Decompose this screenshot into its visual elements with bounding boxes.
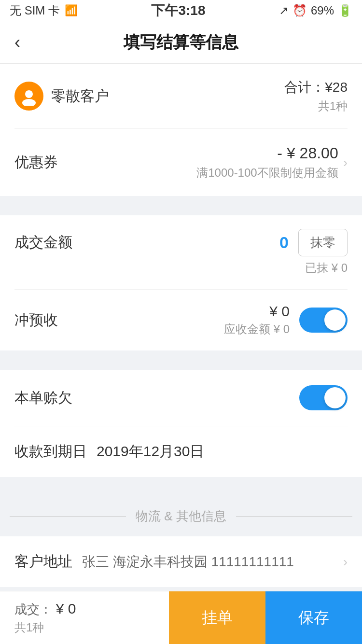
back-button[interactable]: ‹: [14, 32, 20, 53]
deal-label: 成交：: [14, 602, 52, 616]
status-right: ↗ ⏰ 69% 🔋: [279, 4, 352, 17]
customer-name: 零散客户: [51, 86, 109, 106]
prepay-toggle[interactable]: [299, 308, 348, 333]
customer-card: 零散客户 合计：¥28 共1种 优惠券 - ¥ 28.00 满1000-100不…: [0, 64, 362, 196]
location-icon: ↗: [279, 4, 289, 17]
deal-value: ¥ 0: [56, 601, 76, 616]
hold-button[interactable]: 挂单: [169, 591, 265, 644]
prepay-info: ¥ 0 应收金额 ¥ 0: [224, 303, 290, 337]
debt-label: 本单赊欠: [14, 388, 72, 408]
address-label: 客户地址: [14, 552, 72, 572]
bottom-bar: 成交： ¥ 0 共1种 挂单 保存: [0, 591, 362, 644]
status-left: 无 SIM 卡 📶: [10, 3, 78, 18]
prepay-value: ¥ 0: [224, 303, 290, 320]
avatar: [14, 82, 43, 111]
address-row[interactable]: 客户地址 张三 海淀永丰科技园 11111111111 ›: [0, 536, 362, 587]
content-area: 零散客户 合计：¥28 共1种 优惠券 - ¥ 28.00 满1000-100不…: [0, 64, 362, 644]
time-label: 下午3:18: [151, 1, 205, 20]
transaction-sub: 已抹 ¥ 0: [0, 256, 362, 289]
address-card: 客户地址 张三 海淀永丰科技园 11111111111 ›: [0, 536, 362, 587]
alarm-icon: ⏰: [292, 4, 307, 17]
status-bar: 无 SIM 卡 📶 下午3:18 ↗ ⏰ 69% 🔋: [0, 0, 362, 21]
coupon-sub: 满1000-100不限制使用金额: [196, 165, 338, 181]
transaction-value: 0: [279, 233, 289, 252]
nav-bar: ‹ 填写结算等信息: [0, 21, 362, 64]
customer-total: 合计：¥28 共1种: [284, 78, 348, 114]
coupon-label: 优惠券: [14, 153, 58, 172]
due-date-row[interactable]: 收款到期日 2019年12月30日: [0, 426, 362, 477]
coupon-value: - ¥ 28.00: [196, 144, 338, 162]
carrier-label: 无 SIM 卡: [10, 3, 60, 18]
address-value: 张三 海淀永丰科技园 11111111111: [82, 553, 338, 571]
prepay-right: ¥ 0 应收金额 ¥ 0: [224, 303, 348, 337]
transaction-label: 成交金额: [14, 233, 72, 252]
coupon-info: - ¥ 28.00 满1000-100不限制使用金额: [196, 144, 338, 181]
section-gap-1: [0, 206, 362, 215]
prepay-sub: 应收金额 ¥ 0: [224, 322, 290, 337]
total-count: 共1种: [284, 98, 348, 114]
due-label: 收款到期日: [14, 442, 87, 462]
bottom-count: 共1种: [14, 620, 154, 635]
due-value: 2019年12月30日: [97, 442, 204, 462]
debt-card: 本单赊欠 收款到期日 2019年12月30日: [0, 370, 362, 477]
customer-row: 零散客户 合计：¥28 共1种: [0, 64, 362, 128]
coupon-row[interactable]: 优惠券 - ¥ 28.00 满1000-100不限制使用金额 ›: [0, 129, 362, 196]
transaction-card: 成交金额 0 抹零 已抹 ¥ 0 冲预收 ¥ 0 应收金额 ¥ 0: [0, 215, 362, 350]
svg-point-1: [22, 99, 36, 106]
battery-label: 69%: [311, 4, 334, 17]
prepay-row: 冲预收 ¥ 0 应收金额 ¥ 0: [0, 290, 362, 350]
logistics-title: 物流 & 其他信息: [136, 508, 226, 525]
debt-toggle[interactable]: [299, 385, 348, 410]
section-gap-2: [0, 360, 362, 370]
divider-line-left: [10, 516, 126, 517]
chevron-right-icon-2: ›: [343, 554, 348, 570]
debt-row: 本单赊欠: [0, 370, 362, 426]
logistics-section: 物流 & 其他信息: [0, 496, 362, 536]
debt-toggle-knob: [324, 387, 346, 408]
chevron-right-icon: ›: [343, 155, 348, 170]
page-title: 填写结算等信息: [124, 31, 238, 54]
section-gap-3: [0, 487, 362, 496]
customer-info: 零散客户: [14, 82, 109, 111]
svg-point-0: [25, 90, 33, 98]
round-button[interactable]: 抹零: [298, 229, 348, 256]
divider-line-right: [236, 516, 352, 517]
toggle-knob: [324, 309, 346, 331]
total-label: 合计：¥28: [284, 78, 348, 97]
prepay-label: 冲预收: [14, 310, 58, 330]
save-button[interactable]: 保存: [265, 591, 362, 644]
wifi-icon: 📶: [65, 4, 78, 17]
amount-right: 0 抹零: [279, 229, 348, 256]
coupon-right: - ¥ 28.00 满1000-100不限制使用金额 ›: [196, 144, 348, 181]
bottom-info: 成交： ¥ 0 共1种: [0, 601, 169, 635]
bottom-deal-row: 成交： ¥ 0: [14, 601, 154, 618]
amount-row: 成交金额 0 抹零: [0, 215, 362, 256]
battery-icon: 🔋: [338, 4, 352, 17]
